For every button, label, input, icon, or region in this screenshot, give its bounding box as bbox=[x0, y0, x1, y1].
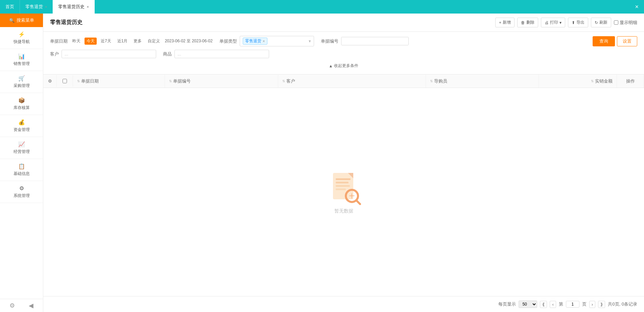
th-date[interactable]: ⇅ 单据日期 bbox=[73, 75, 165, 88]
page-header: 零售退货历史 + 新增 🗑 删除 🖨 打印 ▾ bbox=[43, 14, 644, 32]
show-detail-label[interactable]: 显示明细 bbox=[614, 20, 637, 26]
filter-row-1: 单据日期 昨天 今天 近7天 近1月 更多 自定义 2023-06-02 至 2… bbox=[50, 36, 637, 46]
sort-amount-icon: ⇅ bbox=[591, 79, 594, 83]
show-detail-text: 显示明细 bbox=[620, 20, 637, 26]
tab-retail-return-history[interactable]: 零售退货历史 × bbox=[53, 0, 94, 14]
toolbar: + 新增 🗑 删除 🖨 打印 ▾ ⬆ 导出 bbox=[495, 18, 637, 27]
action-buttons: 查询 设置 bbox=[593, 36, 637, 46]
sidebar-item-system-label: 系统管理 bbox=[14, 193, 30, 199]
export-button[interactable]: ⬆ 导出 bbox=[568, 18, 588, 27]
settings-button[interactable]: 设置 bbox=[617, 36, 637, 46]
settings-gear-icon[interactable]: ⚙ bbox=[9, 302, 15, 309]
tab-home[interactable]: 首页 bbox=[0, 0, 20, 14]
tab-retail-return-label: 零售退货 bbox=[25, 4, 43, 10]
page-first-btn[interactable]: ⟪ bbox=[540, 301, 547, 308]
delete-button[interactable]: 🗑 删除 bbox=[517, 18, 538, 27]
sort-asc-icon: ⇅ bbox=[77, 79, 80, 83]
filter-type: 单据类型 零售退货 × ▾ bbox=[219, 36, 314, 46]
sidebar: 🔍 搜索菜单 ⚡ 快捷导航 📊 销售管理 🛒 采购管理 📦 库存核算 💰 bbox=[0, 14, 43, 312]
th-checkbox[interactable] bbox=[57, 75, 73, 87]
page-next-btn[interactable]: › bbox=[589, 301, 595, 308]
sidebar-item-purchase[interactable]: 🛒 采购管理 bbox=[0, 71, 43, 93]
search-icon: 🔍 bbox=[9, 18, 15, 23]
empty-state: 暂无数据 bbox=[43, 88, 644, 296]
sidebar-item-inventory[interactable]: 📦 库存核算 bbox=[0, 93, 43, 115]
collapse-icon: ▲ bbox=[329, 64, 333, 68]
sort-num-icon: ⇅ bbox=[169, 79, 172, 83]
tab-list: 首页 零售退货 × 零售退货历史 × bbox=[0, 0, 635, 14]
th-amount[interactable]: ⇅ 实销金额 bbox=[539, 75, 617, 88]
goods-filter-input[interactable] bbox=[174, 50, 269, 58]
th-guide[interactable]: ⇅ 导购员 bbox=[426, 75, 539, 88]
empty-illustration bbox=[327, 170, 361, 204]
type-tag-close[interactable]: × bbox=[263, 39, 265, 44]
add-icon: + bbox=[499, 20, 501, 25]
query-button[interactable]: 查询 bbox=[593, 36, 615, 46]
date-btn-more[interactable]: 更多 bbox=[132, 38, 144, 45]
show-detail-checkbox[interactable] bbox=[614, 20, 618, 25]
svg-rect-1 bbox=[336, 178, 351, 180]
sidebar-item-quick-nav-label: 快捷导航 bbox=[14, 39, 30, 45]
table-area: ⚙ ⇅ 单据日期 ⇅ 单据编号 ⇅ 客户 ⇅ bbox=[43, 74, 644, 296]
total-text: 共0页, 0条记录 bbox=[608, 301, 637, 307]
page-title: 零售退货历史 bbox=[50, 19, 82, 26]
num-filter-label: 单据编号 bbox=[321, 38, 338, 44]
operations-icon: 📈 bbox=[18, 141, 25, 148]
filter-num: 单据编号 bbox=[321, 37, 409, 45]
customer-filter-input[interactable] bbox=[62, 50, 156, 58]
sidebar-item-quick-nav[interactable]: ⚡ 快捷导航 bbox=[0, 27, 43, 49]
refresh-label: 刷新 bbox=[599, 20, 607, 25]
sidebar-item-base-info-label: 基础信息 bbox=[14, 171, 30, 177]
add-button[interactable]: + 新增 bbox=[495, 18, 515, 27]
sidebar-item-finance[interactable]: 💰 资金管理 bbox=[0, 115, 43, 137]
finance-icon: 💰 bbox=[18, 119, 25, 126]
collapse-button[interactable]: ▲ 收起更多条件 bbox=[329, 63, 359, 69]
sidebar-collapse-icon[interactable]: ◀ bbox=[29, 302, 33, 309]
print-dropdown-icon: ▾ bbox=[559, 20, 562, 25]
tab-retail-return-close[interactable]: × bbox=[45, 5, 47, 9]
print-button[interactable]: 🖨 打印 ▾ bbox=[541, 18, 565, 27]
window-close-icon[interactable]: × bbox=[635, 3, 639, 10]
date-btn-1month[interactable]: 近1月 bbox=[115, 38, 130, 45]
page-last-btn[interactable]: ⟫ bbox=[598, 301, 605, 308]
th-num[interactable]: ⇅ 单据编号 bbox=[165, 75, 278, 88]
pagination: 每页显示 50 20 100 ⟪ ‹ 第 页 › ⟫ 共0页, 0条记录 bbox=[43, 296, 644, 312]
sidebar-item-operations[interactable]: 📈 经营管理 bbox=[0, 137, 43, 159]
svg-line-8 bbox=[356, 200, 360, 204]
date-filter-label: 单据日期 bbox=[50, 38, 68, 44]
sidebar-item-base-info[interactable]: 📋 基础信息 bbox=[0, 159, 43, 181]
date-btn-7days[interactable]: 近7天 bbox=[99, 38, 113, 45]
tab-home-label: 首页 bbox=[5, 4, 14, 10]
print-icon: 🖨 bbox=[545, 20, 549, 25]
sort-guide-icon: ⇅ bbox=[430, 79, 433, 83]
date-btn-yesterday[interactable]: 昨天 bbox=[70, 38, 82, 45]
date-btn-today[interactable]: 今天 bbox=[85, 38, 97, 45]
sidebar-item-sales[interactable]: 📊 销售管理 bbox=[0, 49, 43, 71]
page-prev-btn[interactable]: ‹ bbox=[550, 301, 556, 308]
th-num-label: 单据编号 bbox=[173, 78, 191, 84]
delete-label: 删除 bbox=[526, 20, 534, 25]
tab-retail-return-history-close[interactable]: × bbox=[87, 5, 89, 9]
type-select[interactable]: 零售退货 × ▾ bbox=[240, 36, 314, 46]
refresh-button[interactable]: ↻ 刷新 bbox=[591, 18, 611, 27]
sidebar-item-system[interactable]: ⚙ 系统管理 bbox=[0, 181, 43, 203]
svg-rect-4 bbox=[336, 188, 346, 190]
th-guide-label: 导购员 bbox=[434, 78, 447, 84]
tab-retail-return[interactable]: 零售退货 × bbox=[20, 0, 53, 14]
export-icon: ⬆ bbox=[572, 20, 575, 25]
page-suffix: 页 bbox=[582, 301, 587, 307]
th-settings[interactable]: ⚙ bbox=[43, 75, 57, 87]
page-label: 第 bbox=[559, 301, 563, 307]
top-bar: 首页 零售退货 × 零售退货历史 × × bbox=[0, 0, 644, 14]
num-filter-input[interactable] bbox=[341, 37, 409, 45]
sidebar-item-finance-label: 资金管理 bbox=[14, 127, 30, 133]
sidebar-search[interactable]: 🔍 搜索菜单 bbox=[0, 14, 43, 27]
base-info-icon: 📋 bbox=[18, 163, 25, 170]
th-customer[interactable]: ⇅ 客户 bbox=[278, 75, 426, 88]
main-layout: 🔍 搜索菜单 ⚡ 快捷导航 📊 销售管理 🛒 采购管理 📦 库存核算 💰 bbox=[0, 14, 644, 312]
refresh-icon: ↻ bbox=[595, 20, 598, 25]
page-number-input[interactable] bbox=[566, 301, 579, 308]
select-all-checkbox[interactable] bbox=[63, 79, 67, 83]
per-page-select[interactable]: 50 20 100 bbox=[519, 300, 537, 308]
date-btn-custom[interactable]: 自定义 bbox=[146, 38, 162, 45]
